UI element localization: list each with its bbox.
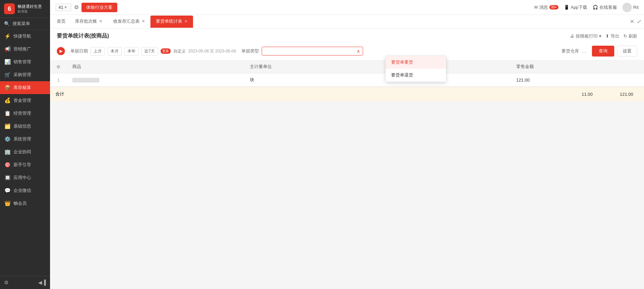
user-profile[interactable]: Rit xyxy=(622,3,639,12)
operations-icon: 📋 xyxy=(4,110,11,116)
warehouse-filter-group: 要货仓库 … xyxy=(562,48,587,54)
page-content: 要货单统计表(按商品) 🖨 按模板打印 ▾ ⬆ 导出 ↻ 刷新 ▶ xyxy=(50,28,644,289)
type-clear-icon[interactable]: ∧ xyxy=(357,48,360,54)
online-service-btn[interactable]: 🎧 在线客服 xyxy=(593,4,617,10)
date-btn-this-year[interactable]: 本年 xyxy=(124,47,139,55)
tabs-bar-right: ✕ ⤢ xyxy=(630,18,641,25)
messages-btn[interactable]: ✉ 消息 99+ xyxy=(534,4,558,10)
sidebar-item-appstore[interactable]: 🔲 应用中心 xyxy=(0,171,50,184)
export-icon: ⬆ xyxy=(605,34,609,39)
tab-close-receive-summary[interactable]: ✕ xyxy=(142,19,145,24)
refresh-btn[interactable]: ↻ 刷新 xyxy=(623,33,637,39)
page-header-actions: 🖨 按模板打印 ▾ ⬆ 导出 ↻ 刷新 xyxy=(570,33,637,39)
table-body: 1 块 11.00 121.00 xyxy=(50,73,644,87)
sidebar-item-operations[interactable]: 📋 经营管理 xyxy=(0,107,50,120)
th-settings[interactable]: ⚙ xyxy=(50,60,67,73)
date-range-display: 2023-05-06 至 2023-06-06 xyxy=(188,48,236,54)
sidebar-item-guide[interactable]: 🎯 新手引导 xyxy=(0,158,50,171)
print-btn[interactable]: 🖨 按模板打印 ▾ xyxy=(570,33,601,39)
message-icon: ✉ xyxy=(534,5,538,10)
dropdown-item-order-return[interactable]: 要货单退货 xyxy=(386,69,446,82)
topbar-gear-icon[interactable]: ⚙ xyxy=(74,4,79,10)
sidebar-item-base-info[interactable]: 🗂️ 基础信息 xyxy=(0,120,50,133)
app-title: 畅捷通好生意 标准版 xyxy=(18,4,42,14)
warehouse-more-icon[interactable]: … xyxy=(582,48,587,54)
sidebar: 6 畅捷通好生意 标准版 🔍 搜索菜单 ⚡ 快捷导航 📢 营销推广 📊 销售管理… xyxy=(0,0,50,289)
sidebar-item-wechat[interactable]: 💬 企业微信 xyxy=(0,184,50,197)
search-icon: 🔍 xyxy=(4,21,10,26)
sidebar-search[interactable]: 🔍 搜索菜单 xyxy=(0,18,50,30)
tab-receive-summary[interactable]: 收发存汇总表 ✕ xyxy=(108,16,150,28)
company-select[interactable]: 41 ▾ xyxy=(55,3,71,11)
filter-toggle-btn[interactable]: ▶ xyxy=(57,47,65,55)
type-filter-group: 单据类型 ∧ 要货单要货 要货单退货 xyxy=(241,47,556,55)
tab-close-inventory-batch[interactable]: ✕ xyxy=(99,19,102,24)
goods-blurred xyxy=(72,78,99,83)
sidebar-item-inventory[interactable]: 📦 库存核算 xyxy=(0,81,50,94)
sidebar-item-system[interactable]: ⚙️ 系统管理 xyxy=(0,133,50,146)
app-logo: 6 xyxy=(4,3,15,14)
dropdown-item-order-goods[interactable]: 要货单要货 xyxy=(386,56,446,69)
system-icon: ⚙️ xyxy=(4,136,11,142)
row-unit: 块 xyxy=(244,73,398,87)
tabs-bar: 首页 库存批次账 ✕ 收发存汇总表 ✕ 要货单统计表 ✕ ✕ ⤢ xyxy=(50,15,644,28)
page-header: 要货单统计表(按商品) 🖨 按模板打印 ▾ ⬆ 导出 ↻ 刷新 xyxy=(50,28,644,42)
export-btn[interactable]: ⬆ 导出 xyxy=(605,33,619,39)
finance-icon: 💰 xyxy=(4,97,11,104)
settings-footer-icon[interactable]: ⚙ xyxy=(4,280,8,286)
print-icon: 🖨 xyxy=(570,34,574,39)
tab-close-order-summary[interactable]: ✕ xyxy=(184,19,188,24)
date-custom-btn[interactable]: 自定义 xyxy=(173,48,186,54)
purchase-icon: 🛒 xyxy=(4,72,11,78)
column-settings-icon[interactable]: ⚙ xyxy=(56,64,61,69)
sidebar-item-quick-nav[interactable]: ⚡ 快捷导航 xyxy=(0,30,50,43)
sidebar-item-finance[interactable]: 💰 资金管理 xyxy=(0,94,50,107)
tab-order-summary[interactable]: 要货单统计表 ✕ xyxy=(150,16,193,28)
window-close-icon[interactable]: ✕ xyxy=(630,18,634,25)
type-input[interactable] xyxy=(265,49,357,54)
wechat-icon: 💬 xyxy=(4,187,11,194)
th-amount: 零售金额 xyxy=(511,60,644,73)
appstore-icon: 🔲 xyxy=(4,175,11,181)
topbar-left: 41 ▾ ⚙ 体验行业方案 xyxy=(55,3,117,12)
trial-btn[interactable]: 体验行业方案 xyxy=(81,3,117,12)
tab-home[interactable]: 首页 xyxy=(53,16,70,28)
inventory-icon: 📦 xyxy=(4,85,11,91)
date-btn-7days[interactable]: 近7天 xyxy=(141,47,158,55)
date-btn-last-month[interactable]: 上月 xyxy=(91,47,105,55)
refresh-icon: ↻ xyxy=(623,34,627,39)
sidebar-item-member[interactable]: 👑 畅会员 xyxy=(0,197,50,210)
headset-icon: 🎧 xyxy=(593,5,598,10)
window-maximize-icon[interactable]: ⤢ xyxy=(637,18,641,25)
member-icon: 👑 xyxy=(4,200,11,206)
collapse-icon[interactable]: ◀▐ xyxy=(38,280,46,286)
th-goods: 商品 xyxy=(67,60,244,73)
sales-icon: 📊 xyxy=(4,59,11,65)
type-dropdown: 要货单要货 要货单退货 xyxy=(385,55,446,82)
chevron-down-icon: ▾ xyxy=(65,5,67,10)
phone-icon: 📱 xyxy=(564,5,569,10)
footer-qty: 11.00 xyxy=(557,92,598,97)
query-button[interactable]: 查询 xyxy=(592,46,614,57)
th-unit: 主计量单位 xyxy=(244,60,398,73)
sidebar-footer: ⚙ ◀▐ xyxy=(0,276,50,289)
row-goods xyxy=(67,73,244,87)
date-more-badge[interactable]: 更多 xyxy=(161,48,171,54)
date-btn-this-month[interactable]: 本月 xyxy=(108,47,122,55)
print-chevron-icon: ▾ xyxy=(599,34,601,39)
enterprise-icon: 🏢 xyxy=(4,149,11,155)
filter-actions: 查询 设置 xyxy=(592,46,637,57)
sidebar-item-purchase[interactable]: 🛒 采购管理 xyxy=(0,68,50,81)
app-download-btn[interactable]: 📱 App下载 xyxy=(564,4,587,10)
settings-button[interactable]: 设置 xyxy=(617,46,637,57)
tab-inventory-batch[interactable]: 库存批次账 ✕ xyxy=(70,16,108,28)
topbar: 41 ▾ ⚙ 体验行业方案 ✉ 消息 99+ 📱 App下载 🎧 在线客服 R xyxy=(50,0,644,15)
table-header-row: ⚙ 商品 主计量单位 主数量 零售金额 xyxy=(50,60,644,73)
sidebar-item-sales[interactable]: 📊 销售管理 xyxy=(0,55,50,68)
row-amount: 121.00 xyxy=(511,73,644,87)
type-input-wrap[interactable]: ∧ xyxy=(262,47,363,55)
sidebar-item-marketing[interactable]: 📢 营销推广 xyxy=(0,43,50,55)
page-title: 要货单统计表(按商品) xyxy=(57,32,109,40)
guide-icon: 🎯 xyxy=(4,162,11,168)
sidebar-item-enterprise[interactable]: 🏢 企业协同 xyxy=(0,146,50,158)
